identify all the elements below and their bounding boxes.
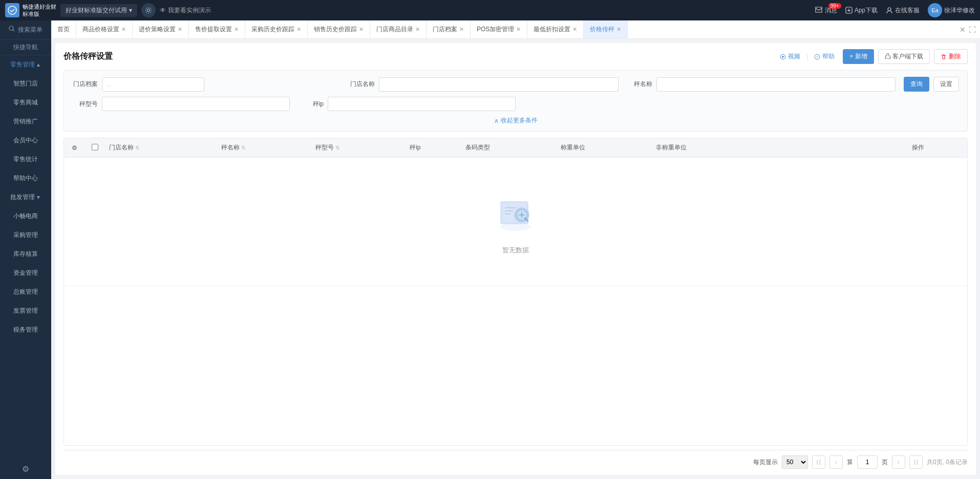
message-button[interactable]: 消息 99+ xyxy=(815,6,837,15)
tab-close-icon[interactable]: ✕ xyxy=(516,26,521,33)
th-barcode-type: 条码类型 xyxy=(461,138,557,158)
settings-icon[interactable] xyxy=(141,3,156,17)
page-label: 算 xyxy=(847,458,853,467)
sort-icon: ⇅ xyxy=(241,145,245,150)
tab-close-icon[interactable]: ✕ xyxy=(572,26,577,33)
tab-purchase-strategy[interactable]: 进价策略设置 ✕ xyxy=(133,20,189,39)
svg-point-0 xyxy=(8,6,16,14)
tab-close-icon[interactable]: ✕ xyxy=(178,26,182,33)
th-store-name[interactable]: 门店名称 ⇅ xyxy=(105,138,217,158)
store-file-input[interactable]: ... xyxy=(102,77,204,92)
tab-selling-price[interactable]: 售价提取设置 ✕ xyxy=(189,20,245,39)
tab-purchase-history[interactable]: 采购历史价跟踪 ✕ xyxy=(245,20,308,39)
sidebar-item-retail-management[interactable]: 零售管理 ▲ xyxy=(0,55,51,74)
sidebar-item-marketing[interactable]: 营销推广 xyxy=(0,112,51,131)
store-name-input[interactable] xyxy=(379,77,618,92)
collapse-button[interactable]: ∧ 收起更多条件 xyxy=(72,116,959,125)
help-link[interactable]: ? 帮助 xyxy=(814,52,835,61)
page-suffix: 页 xyxy=(882,458,888,467)
tab-store-file[interactable]: 门店档案 ✕ xyxy=(427,20,471,39)
tab-sales-history[interactable]: 销售历史价跟踪 ✕ xyxy=(308,20,370,39)
tab-store-catalog[interactable]: 门店商品目录 ✕ xyxy=(370,20,427,39)
prev-page-button[interactable]: ‹ xyxy=(829,455,843,469)
svg-text:?: ? xyxy=(816,55,818,59)
select-all-checkbox[interactable] xyxy=(92,144,98,150)
last-page-button[interactable]: ⟩⟩ xyxy=(909,455,923,469)
settings-config-button[interactable]: 设置 xyxy=(933,77,959,92)
sidebar-item-help-center[interactable]: 帮助中心 xyxy=(0,169,51,188)
sidebar-item-finance[interactable]: 资金管理 xyxy=(0,264,51,282)
logo-text: 畅捷通好业财 标准版 xyxy=(23,3,56,18)
app-download-button[interactable]: App下载 xyxy=(845,6,878,15)
th-scale-name[interactable]: 秤名称 ⇅ xyxy=(217,138,311,158)
chevron-up-icon: ▲ xyxy=(36,62,41,68)
next-page-button[interactable]: › xyxy=(892,455,905,469)
tab-close-icon[interactable]: ✕ xyxy=(616,26,621,33)
sidebar-item-tax[interactable]: 税务管理 xyxy=(0,320,51,339)
tab-pos-management[interactable]: POS加密管理 ✕ xyxy=(471,20,527,39)
store-name-label: 门店名称 xyxy=(349,80,375,89)
th-checkbox[interactable] xyxy=(84,138,105,158)
page-header: 价格传秤设置 视频 | ? 帮助 + 新增 xyxy=(63,49,968,64)
sidebar-item-ecommerce[interactable]: 小畅电商 xyxy=(0,207,51,226)
sidebar-item-wholesale-management[interactable]: 批发管理 ▼ xyxy=(0,188,51,207)
tab-close-icon[interactable]: ✕ xyxy=(359,26,364,33)
tab-commodity-price[interactable]: 商品价格设置 ✕ xyxy=(76,20,133,39)
empty-icon xyxy=(490,188,541,239)
tab-home[interactable]: 首页 xyxy=(51,20,76,39)
tab-close-all-icon[interactable]: ✕ xyxy=(960,26,966,34)
online-service-button[interactable]: 在线客服 xyxy=(886,6,920,15)
filter-scale-model: 秤型号 xyxy=(72,97,290,111)
th-action: 操作 xyxy=(908,138,967,158)
message-badge: 99+ xyxy=(828,3,841,9)
per-page-label: 每页显示 xyxy=(753,458,778,467)
sidebar-item-retail-stats[interactable]: 零售统计 xyxy=(0,150,51,169)
th-scale-model[interactable]: 秤型号 ⇅ xyxy=(311,138,406,158)
tab-close-icon[interactable]: ✕ xyxy=(234,26,239,33)
svg-point-4 xyxy=(9,26,13,30)
video-link[interactable]: 视频 xyxy=(780,52,800,61)
scale-name-input[interactable] xyxy=(656,77,896,92)
filter-store-name: 门店名称 xyxy=(349,77,618,92)
sidebar-quick-nav[interactable]: 快捷导航 xyxy=(0,40,51,55)
sidebar-item-smart-store[interactable]: 智慧门店 xyxy=(0,74,51,93)
per-page-select[interactable]: 50 20 100 xyxy=(782,455,808,469)
add-button[interactable]: + 新增 xyxy=(843,49,874,64)
th-weight-unit: 称重单位 xyxy=(557,138,652,158)
page-number-input[interactable] xyxy=(857,455,878,469)
tab-close-icon[interactable]: ✕ xyxy=(415,26,420,33)
ellipsis-icon: ... xyxy=(106,81,112,88)
scale-ip-input[interactable] xyxy=(328,97,516,111)
sidebar-item-invoice[interactable]: 发票管理 xyxy=(0,301,51,320)
tab-close-icon[interactable]: ✕ xyxy=(296,26,301,33)
delete-button[interactable]: 删除 xyxy=(934,49,968,64)
sidebar-item-retail-mall[interactable]: 零售商城 xyxy=(0,93,51,112)
help-links: 视频 | ? 帮助 xyxy=(780,52,835,61)
tab-min-discount[interactable]: 最低折扣设置 ✕ xyxy=(527,20,584,39)
user-profile[interactable]: Ea 徐泽华修改 xyxy=(928,3,975,17)
sidebar-item-general-ledger[interactable]: 总账管理 xyxy=(0,282,51,301)
demo-link[interactable]: 👁 我要看实例演示 xyxy=(160,6,211,15)
scale-model-input[interactable] xyxy=(102,97,290,111)
sidebar-item-member-center[interactable]: 会员中心 xyxy=(0,131,51,150)
tab-controls: ✕ ⛶ xyxy=(955,26,980,34)
sidebar-item-purchase-management[interactable]: 采购管理 xyxy=(0,226,51,245)
page-content: 价格传秤设置 视频 | ? 帮助 + 新增 xyxy=(55,43,976,475)
page-title: 价格传秤设置 xyxy=(63,51,113,62)
tab-close-icon[interactable]: ✕ xyxy=(121,26,126,33)
tab-price-scale[interactable]: 价格传秤 ✕ xyxy=(584,20,628,39)
sidebar-gear-icon[interactable]: ⚙ xyxy=(0,459,51,479)
table-container: ⚙ 门店名称 ⇅ 秤名称 ⇅ xyxy=(63,138,968,446)
logo-icon xyxy=(5,3,19,17)
tab-expand-icon[interactable]: ⛶ xyxy=(969,26,976,34)
tab-close-icon[interactable]: ✕ xyxy=(459,26,464,33)
sidebar-item-inventory[interactable]: 库存核算 xyxy=(0,245,51,264)
sort-icon: ⇅ xyxy=(135,145,139,150)
first-page-button[interactable]: ⟨⟨ xyxy=(812,455,825,469)
sidebar-search[interactable]: 搜索菜单 xyxy=(0,20,51,40)
th-gear[interactable]: ⚙ xyxy=(64,138,84,158)
query-button[interactable]: 查询 xyxy=(904,77,929,92)
dropdown-icon: ▾ xyxy=(129,7,132,14)
download-button[interactable]: 凸 客户端下载 xyxy=(878,49,930,64)
version-selector[interactable]: 好业财标准版交付试用 ▾ xyxy=(60,4,137,17)
